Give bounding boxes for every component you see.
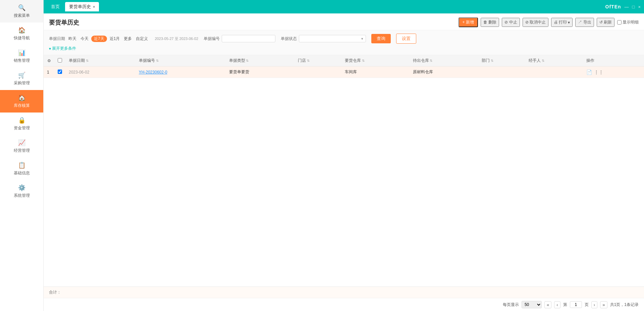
tab-home[interactable]: 首页 [47, 2, 64, 11]
page-size-select[interactable]: 50 100 200 [522, 301, 542, 308]
print-dropdown-icon: ▾ [568, 20, 570, 25]
table-wrapper: ⚙ 单据日期 单据编号 单据类型 门店 要货仓库 待出仓库 部门 经手人 操作 [44, 55, 644, 286]
print-button[interactable]: 🖨 打印 ▾ [551, 18, 573, 27]
data-table: ⚙ 单据日期 单据编号 单据类型 门店 要货仓库 待出仓库 部门 经手人 操作 [44, 55, 644, 78]
col-handler[interactable]: 经手人 [525, 55, 583, 66]
table-header-row: ⚙ 单据日期 单据编号 单据类型 门店 要货仓库 待出仓库 部门 经手人 操作 [44, 55, 644, 66]
page-label: 第 [563, 302, 567, 308]
sidebar-item-label: 资金管理 [14, 125, 30, 131]
shortcut-7days[interactable]: 近7天 [91, 36, 107, 42]
row-pending-warehouse: 原材料仓库 [410, 66, 478, 78]
page-number-input[interactable] [570, 301, 582, 308]
show-detail-checkbox[interactable] [617, 20, 622, 25]
sidebar-item-finance[interactable]: 🔒 资金管理 [0, 113, 43, 135]
inventory-icon: 🏠 [18, 94, 25, 101]
prev-page-button[interactable]: ‹ [554, 301, 560, 308]
col-action: 操作 [583, 55, 644, 66]
sidebar-item-search[interactable]: 🔍 搜索菜单 [0, 0, 43, 23]
col-order-type[interactable]: 单据类型 [226, 55, 294, 66]
status-select[interactable] [299, 35, 366, 42]
total-info: 共1页，1条记录 [610, 302, 639, 308]
sidebar-item-operations[interactable]: 📈 经营管理 [0, 135, 43, 158]
status-select-wrapper [299, 35, 366, 42]
row-order-type: 要货单要货 [226, 66, 294, 78]
date-filter-label: 单据日期 [49, 36, 65, 42]
sidebar-item-label: 搜索菜单 [14, 13, 30, 18]
cancel-suspend-button[interactable]: ⊘ 取消中止 [523, 18, 548, 27]
tab-active[interactable]: 要货单历史 × [65, 2, 99, 11]
shortcut-1month[interactable]: 近1月 [108, 36, 121, 42]
col-req-warehouse[interactable]: 要货仓库 [341, 55, 409, 66]
sidebar-item-quicknav[interactable]: 🏠 快捷导航 [0, 23, 43, 45]
first-page-button[interactable]: « [544, 301, 551, 308]
shortcut-yesterday[interactable]: 昨天 [67, 36, 78, 42]
next-page-button[interactable]: › [591, 301, 597, 308]
select-all-checkbox[interactable] [58, 58, 62, 62]
baseinfo-icon: 📋 [18, 162, 25, 169]
page-title: 要货单历史 [49, 18, 79, 27]
query-button[interactable]: 查询 [371, 34, 391, 43]
settings-button[interactable]: 设置 [396, 34, 416, 44]
sidebar-item-purchase[interactable]: 🛒 采购管理 [0, 68, 43, 90]
row-order-no[interactable]: YH-20230602-0 [136, 66, 226, 78]
close-window-button[interactable]: × [638, 4, 641, 9]
pagination: 每页显示 50 100 200 « ‹ 第 页 › » 共1页，1条记录 [44, 298, 644, 311]
order-no-label: 单据编号 [204, 36, 220, 42]
col-store[interactable]: 门店 [294, 55, 342, 66]
sidebar-item-system[interactable]: ⚙️ 系统管理 [0, 180, 43, 203]
order-no-filter-group: 单据编号 [204, 35, 275, 42]
col-checkbox [54, 55, 65, 66]
row-checkbox[interactable] [54, 66, 65, 78]
sidebar-item-label: 采购管理 [14, 80, 30, 86]
main-area: 首页 要货单历史 × OfTEn — □ × 要货单历史 + 新增 🗑 删除 [44, 0, 644, 311]
row-more-icon[interactable]: ⋮⋮ [594, 70, 603, 75]
status-label: 单据状态 [281, 36, 297, 42]
row-date: 2023-06-02 [65, 66, 136, 78]
sidebar-item-label: 销售管理 [14, 58, 30, 63]
table-footer: 合计： [44, 286, 644, 298]
operations-icon: 📈 [18, 139, 25, 146]
app-logo: OfTEn [605, 4, 621, 9]
sidebar-item-label: 系统管理 [14, 193, 30, 198]
tab-active-label: 要货单历史 [69, 4, 91, 10]
row-edit-icon[interactable]: 📄 [586, 70, 592, 75]
last-page-button[interactable]: » [600, 301, 607, 308]
maximize-button[interactable]: □ [632, 4, 635, 9]
sidebar: 🔍 搜索菜单 🏠 快捷导航 📊 销售管理 🛒 采购管理 🏠 库存核算 🔒 资金管… [0, 0, 44, 311]
row-actions: 📄 ⋮⋮ [583, 66, 644, 78]
sidebar-item-inventory[interactable]: 🏠 库存核算 [0, 90, 43, 113]
suspend-button[interactable]: ⊘ 中止 [502, 18, 520, 27]
shortcut-custom[interactable]: 自定义 [135, 36, 149, 42]
date-shortcuts: 昨天 今天 近7天 近1月 更多 自定义 [67, 36, 149, 42]
page-size-label: 每页显示 [503, 302, 519, 308]
shortcut-more[interactable]: 更多 [122, 36, 133, 42]
tab-close-icon[interactable]: × [93, 5, 95, 9]
status-filter-group: 单据状态 [281, 35, 366, 42]
page-header: 要货单历史 + 新增 🗑 删除 ⊘ 中止 ⊘ 取消中止 🖨 打印 ▾ [44, 13, 644, 30]
refresh-button[interactable]: ↺ 刷新 [597, 18, 614, 27]
sidebar-item-label: 经营管理 [14, 148, 30, 153]
new-button[interactable]: + 新增 [459, 17, 478, 27]
filter-bar: 单据日期 昨天 今天 近7天 近1月 更多 自定义 2023-05-27 至 2… [44, 30, 644, 55]
finance-icon: 🔒 [18, 117, 25, 124]
sidebar-item-label: 基础信息 [14, 170, 30, 176]
expand-more-label: 展开更多条件 [52, 46, 76, 51]
sidebar-item-label: 快捷导航 [14, 35, 30, 41]
col-order-no[interactable]: 单据编号 [136, 55, 226, 66]
order-no-input[interactable] [222, 35, 275, 42]
sidebar-item-baseinfo[interactable]: 📋 基础信息 [0, 158, 43, 180]
col-pending-warehouse[interactable]: 待出仓库 [410, 55, 478, 66]
delete-button[interactable]: 🗑 删除 [481, 18, 499, 27]
expand-more-icon: ▾ [49, 46, 51, 51]
sidebar-item-sales[interactable]: 📊 销售管理 [0, 45, 43, 68]
col-settings[interactable]: ⚙ [44, 55, 54, 66]
shortcut-today[interactable]: 今天 [79, 36, 90, 42]
col-date[interactable]: 单据日期 [65, 55, 136, 66]
col-dept[interactable]: 部门 [478, 55, 526, 66]
expand-more-btn[interactable]: ▾ 展开更多条件 [49, 46, 639, 51]
export-button[interactable]: ↗ 导出 [575, 18, 594, 27]
sidebar-item-label: 库存核算 [14, 103, 30, 108]
minimize-button[interactable]: — [625, 4, 629, 9]
page-suffix: 页 [585, 302, 589, 308]
toolbar: + 新增 🗑 删除 ⊘ 中止 ⊘ 取消中止 🖨 打印 ▾ ↗ 导出 [459, 17, 639, 27]
